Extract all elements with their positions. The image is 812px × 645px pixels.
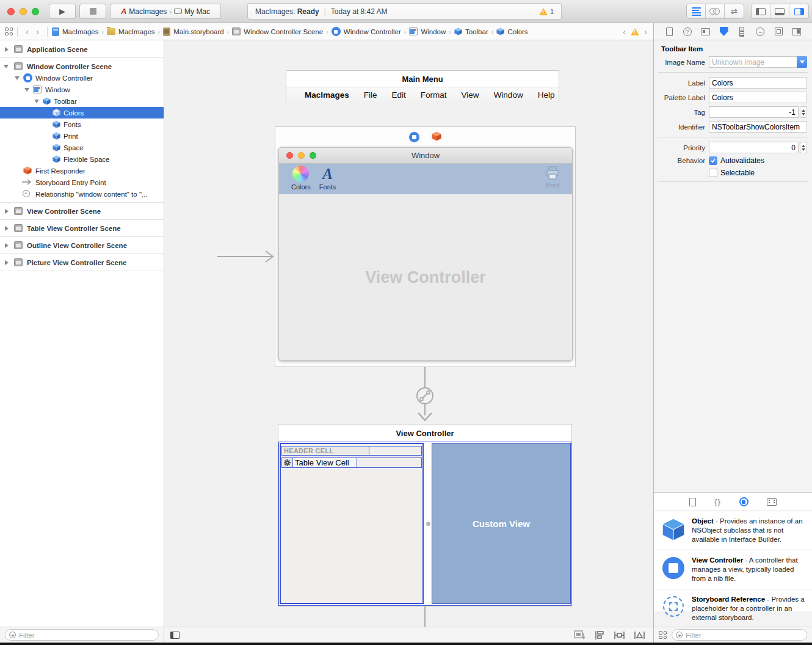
custom-view[interactable]: Custom View [432, 443, 571, 604]
priority-stepper[interactable] [800, 142, 807, 153]
image-name-field[interactable]: Unknown image [709, 56, 807, 68]
outline-row-first-responder[interactable]: First Responder [0, 165, 164, 177]
collapse-outline-icon[interactable] [170, 632, 179, 639]
menu-item-help[interactable]: Help [538, 90, 555, 100]
disclosure-icon[interactable] [5, 243, 9, 248]
identifier-field[interactable]: NSToolbarShowColorsItem [709, 121, 807, 133]
window-controller-icon[interactable] [409, 132, 419, 142]
outline-row-table-view-controller-scene[interactable]: Table View Controller Scene [0, 222, 164, 234]
menu-item-window[interactable]: Window [494, 90, 523, 100]
size-inspector-tab[interactable] [736, 26, 747, 37]
toolbar-item-fonts[interactable]: A Fonts [319, 166, 336, 191]
table-header-row[interactable]: HEADER CELL [281, 446, 422, 456]
toolbar-item-print[interactable]: Print [545, 166, 560, 189]
table-view-row[interactable]: Table View Cell [281, 457, 422, 468]
filter-input[interactable] [19, 632, 154, 639]
crumb-window-controller[interactable]: Window Controller [332, 27, 401, 36]
first-responder-icon[interactable] [432, 131, 441, 144]
library-filter-field[interactable] [672, 629, 807, 641]
forward-button[interactable]: › [32, 26, 43, 37]
outline-row-flexible-space[interactable]: Flexible Space [0, 153, 164, 165]
identity-inspector-tab[interactable] [700, 26, 711, 37]
autovalidates-checkbox[interactable] [709, 156, 717, 165]
crumb-toolbar[interactable]: Toolbar [454, 27, 488, 35]
back-button[interactable]: ‹ [22, 26, 32, 37]
file-inspector-tab[interactable] [664, 26, 675, 37]
window-content-view[interactable]: View Controller [279, 194, 572, 360]
main-menu-object[interactable]: Main Menu MacImages File Edit Format Vie… [286, 70, 559, 103]
storyboard-canvas[interactable]: Main Menu MacImages File Edit Format Vie… [164, 40, 653, 627]
library-item-object[interactable]: Object - Provides an instance of an NSOb… [654, 511, 812, 550]
close-button[interactable] [7, 8, 15, 15]
table-view-cell[interactable]: Table View Cell [293, 458, 357, 467]
connections-inspector-tab[interactable]: → [755, 26, 766, 37]
window-controller-scene-object[interactable]: Window Colors A Fonts Print [275, 126, 576, 367]
gear-cell[interactable] [282, 458, 293, 467]
version-editor-button[interactable]: ⇄ [725, 4, 744, 18]
toggle-navigator-button[interactable] [752, 4, 770, 18]
outline-row-outline-view-controller-scene[interactable]: Outline View Controller Scene [0, 239, 164, 251]
stop-button[interactable] [79, 4, 106, 19]
outline-row-space[interactable]: Space [0, 142, 164, 153]
outline-row-window-controller[interactable]: Window Controller [0, 72, 164, 84]
library-item-view-controller[interactable]: View Controller - A controller that mana… [654, 550, 812, 589]
outline-row-window-controller-scene[interactable]: Window Controller Scene [0, 60, 164, 72]
tag-field[interactable]: -1 [709, 106, 799, 118]
outline-row-print[interactable]: Print [0, 130, 164, 142]
toolbar-item-colors[interactable]: Colors [291, 166, 311, 191]
crumb-window[interactable]: Window [409, 27, 446, 35]
quick-help-tab[interactable]: ? [682, 26, 693, 37]
menu-item-app[interactable]: MacImages [305, 90, 349, 100]
crumb-colors[interactable]: Colors [496, 27, 527, 35]
window-object[interactable]: Window Colors A Fonts Print [278, 147, 573, 361]
palette-label-field[interactable]: Colors [709, 92, 807, 103]
crumb-file[interactable]: Main.storyboard [163, 27, 223, 36]
align-icon[interactable] [595, 630, 604, 640]
label-field[interactable]: Colors [709, 77, 807, 89]
run-button[interactable]: ▶ [49, 4, 76, 19]
grid-view-icon[interactable] [659, 631, 667, 639]
toggle-debug-button[interactable] [770, 4, 789, 18]
menu-item-file[interactable]: File [364, 90, 377, 100]
divider-handle[interactable] [426, 522, 430, 526]
disclosure-icon[interactable] [24, 88, 29, 92]
outline-row-fonts[interactable]: Fonts [0, 118, 164, 130]
warning-icon[interactable] [631, 28, 639, 35]
selectable-checkbox[interactable] [709, 169, 717, 177]
menu-item-edit[interactable]: Edit [392, 90, 406, 100]
disclosure-icon[interactable] [34, 100, 39, 103]
code-snippet-library-tab[interactable]: {} [714, 497, 721, 506]
view-controller-object[interactable]: View Controller HEADER CELL Table View C… [278, 424, 572, 607]
disclosure-icon[interactable] [4, 65, 9, 68]
bindings-inspector-tab[interactable] [773, 26, 784, 37]
next-issue-button[interactable]: › [643, 26, 648, 37]
combo-dropdown-button[interactable] [797, 56, 807, 68]
outline-row-view-controller-scene[interactable]: View Controller Scene [0, 205, 164, 217]
header-cell[interactable]: HEADER CELL [282, 446, 369, 455]
minimize-button[interactable] [298, 152, 305, 159]
outline-row-relationship[interactable]: Relationship "window content" to "... [0, 188, 164, 200]
crumb-scene[interactable]: Window Controller Scene [232, 27, 323, 35]
disclosure-icon[interactable] [5, 260, 9, 265]
outline-row-colors[interactable]: Colors [0, 107, 164, 118]
menu-item-format[interactable]: Format [421, 90, 447, 100]
attributes-inspector-tab[interactable] [719, 26, 730, 37]
zoom-button[interactable] [310, 152, 316, 159]
table-view-pane[interactable]: HEADER CELL Table View Cell [280, 443, 424, 604]
filter-input[interactable] [686, 632, 803, 639]
standard-editor-button[interactable] [687, 4, 706, 18]
media-library-tab[interactable] [767, 498, 777, 506]
zoom-button[interactable] [32, 8, 39, 15]
object-library-tab[interactable] [739, 497, 749, 506]
outline-row-picture-view-controller-scene[interactable]: Picture View Controller Scene [0, 257, 164, 268]
assistant-editor-button[interactable] [706, 4, 725, 18]
related-items-icon[interactable] [5, 27, 13, 35]
outline-row-storyboard-entry-point[interactable]: Storyboard Entry Point [0, 177, 164, 188]
file-template-library-tab[interactable] [689, 498, 696, 506]
split-divider[interactable] [425, 443, 432, 604]
close-button[interactable] [286, 152, 293, 159]
disclosure-icon[interactable] [5, 47, 9, 52]
outline-row-window[interactable]: Window [0, 84, 164, 95]
outline-row-application-scene[interactable]: Application Scene [0, 43, 164, 55]
outline-filter-field[interactable] [5, 629, 159, 641]
